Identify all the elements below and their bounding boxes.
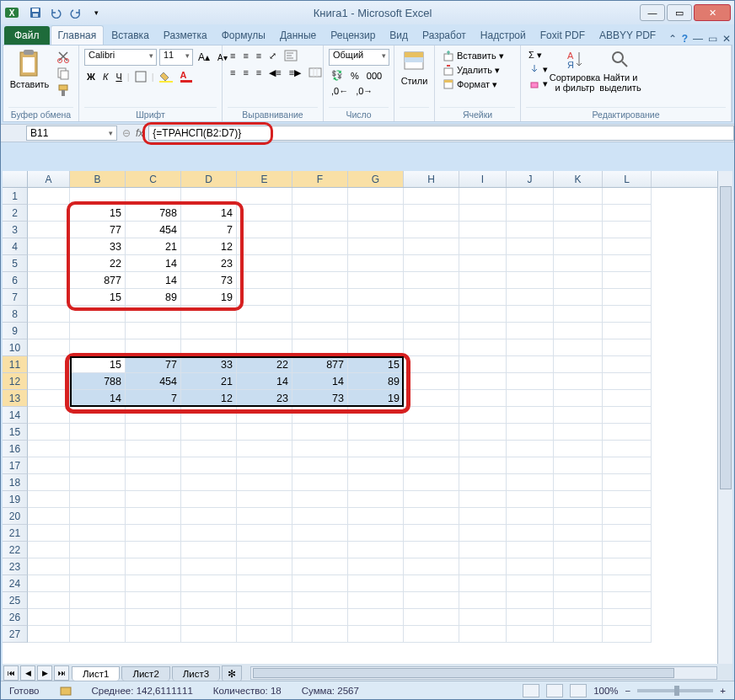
cell[interactable] xyxy=(28,339,70,356)
zoom-out-button[interactable]: − xyxy=(625,686,631,696)
cell[interactable] xyxy=(126,592,181,609)
cell[interactable] xyxy=(237,609,292,626)
cell[interactable] xyxy=(181,558,237,575)
zoom-slider[interactable] xyxy=(637,689,713,692)
ribbon-tab-view[interactable]: Вид xyxy=(383,26,415,45)
ribbon-tab-formulas[interactable]: Формулы xyxy=(215,26,272,45)
cell[interactable]: 73 xyxy=(292,390,348,407)
cell[interactable] xyxy=(348,339,404,356)
sheet-tab-2[interactable]: Лист2 xyxy=(121,666,169,681)
cell[interactable]: 454 xyxy=(126,222,181,238)
cell[interactable] xyxy=(404,457,459,474)
row-header[interactable]: 4 xyxy=(3,238,28,255)
font-family-combo[interactable]: Calibri xyxy=(84,49,157,66)
cell[interactable] xyxy=(237,491,292,508)
cell[interactable] xyxy=(28,491,70,508)
cell[interactable] xyxy=(507,373,554,390)
cell[interactable] xyxy=(28,407,70,424)
styles-button[interactable]: Стили xyxy=(400,49,429,86)
cell[interactable]: 12 xyxy=(181,238,237,255)
cell[interactable] xyxy=(28,474,70,491)
col-header-D[interactable]: D xyxy=(181,171,237,187)
cell[interactable] xyxy=(126,407,181,424)
cell[interactable] xyxy=(459,289,507,306)
cell[interactable] xyxy=(603,609,652,626)
cell[interactable] xyxy=(507,323,554,339)
row-header[interactable]: 21 xyxy=(3,525,28,542)
ribbon-tab-layout[interactable]: Разметка xyxy=(157,26,214,45)
ribbon-tab-insert[interactable]: Вставка xyxy=(105,26,156,45)
save-icon[interactable] xyxy=(26,3,45,22)
cell[interactable]: 33 xyxy=(181,356,237,373)
cell[interactable] xyxy=(507,457,554,474)
cell[interactable] xyxy=(28,508,70,525)
cell[interactable] xyxy=(554,474,603,491)
cell[interactable] xyxy=(459,457,507,474)
cell[interactable] xyxy=(459,306,507,323)
paste-button[interactable]: Вставить xyxy=(8,49,51,89)
doc-close-icon[interactable]: ✕ xyxy=(722,33,731,45)
cell[interactable] xyxy=(237,188,292,205)
cell[interactable] xyxy=(348,491,404,508)
cell[interactable]: 14 xyxy=(181,205,237,222)
cell[interactable] xyxy=(459,222,507,238)
cell[interactable] xyxy=(459,626,507,643)
cell[interactable] xyxy=(554,441,603,457)
sort-filter-button[interactable]: АЯ Сортировка и фильтр xyxy=(554,49,596,93)
cell[interactable] xyxy=(126,609,181,626)
cell[interactable] xyxy=(554,525,603,542)
row-header[interactable]: 8 xyxy=(3,306,28,323)
bold-icon[interactable]: Ж xyxy=(84,71,98,83)
cell[interactable]: 14 xyxy=(126,255,181,272)
cell[interactable] xyxy=(459,373,507,390)
cell[interactable] xyxy=(28,272,70,289)
cell[interactable] xyxy=(70,592,126,609)
cell[interactable] xyxy=(603,255,652,272)
indent-dec-icon[interactable]: ◀≡ xyxy=(266,67,283,79)
cell[interactable] xyxy=(554,592,603,609)
cell[interactable] xyxy=(507,289,554,306)
cell[interactable] xyxy=(126,424,181,441)
cell[interactable] xyxy=(28,626,70,643)
cell[interactable] xyxy=(292,323,348,339)
cell[interactable] xyxy=(459,407,507,424)
cell[interactable] xyxy=(348,323,404,339)
cell[interactable] xyxy=(554,508,603,525)
clear-icon[interactable]: ▾ xyxy=(526,77,550,90)
cell[interactable] xyxy=(404,491,459,508)
cell[interactable] xyxy=(292,558,348,575)
cell[interactable] xyxy=(459,323,507,339)
col-header-A[interactable]: A xyxy=(28,171,70,187)
cell[interactable] xyxy=(292,306,348,323)
cell[interactable] xyxy=(70,188,126,205)
cell[interactable] xyxy=(603,238,652,255)
cell[interactable] xyxy=(126,626,181,643)
cell[interactable] xyxy=(603,558,652,575)
new-sheet-button[interactable]: ✻ xyxy=(222,665,242,681)
cell[interactable]: 22 xyxy=(237,356,292,373)
cell[interactable] xyxy=(507,525,554,542)
cell[interactable] xyxy=(507,272,554,289)
ribbon-tab-home[interactable]: Главная xyxy=(51,25,105,45)
cell[interactable] xyxy=(554,457,603,474)
increase-font-icon[interactable]: A▴ xyxy=(196,51,212,64)
indent-inc-icon[interactable]: ≡▶ xyxy=(287,67,303,79)
row-header[interactable]: 9 xyxy=(3,323,28,339)
cell[interactable] xyxy=(181,491,237,508)
cell[interactable] xyxy=(70,525,126,542)
cell[interactable] xyxy=(459,238,507,255)
cell[interactable] xyxy=(292,289,348,306)
cell[interactable] xyxy=(554,205,603,222)
cell[interactable] xyxy=(292,407,348,424)
row-header[interactable]: 26 xyxy=(3,609,28,626)
cell[interactable] xyxy=(292,272,348,289)
qat-dropdown-icon[interactable]: ▾ xyxy=(87,3,105,22)
row-header[interactable]: 7 xyxy=(3,289,28,306)
cell[interactable]: 12 xyxy=(181,390,237,407)
cell[interactable] xyxy=(126,491,181,508)
cell[interactable] xyxy=(554,491,603,508)
cell[interactable] xyxy=(459,508,507,525)
cell[interactable] xyxy=(28,592,70,609)
cell[interactable] xyxy=(404,390,459,407)
cell[interactable] xyxy=(459,205,507,222)
